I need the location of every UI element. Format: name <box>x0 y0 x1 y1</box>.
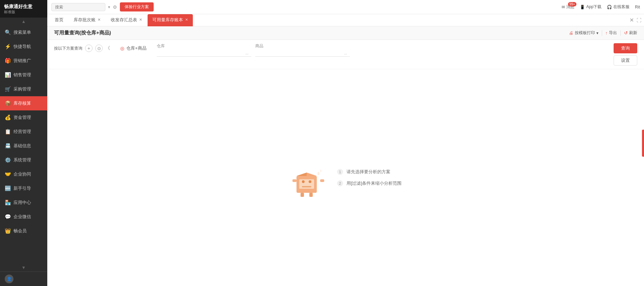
refresh-btn[interactable]: ↺ 刷新 <box>624 30 637 36</box>
export-btn[interactable]: ↑ 导出 <box>606 30 617 36</box>
basic-icon: 📇 <box>5 143 11 149</box>
warehouse-input-row[interactable]: ... <box>157 50 251 57</box>
sidebar-avatar: 👤 <box>5 275 14 283</box>
sidebar-item-wechat[interactable]: 💬企业微信 <box>0 210 47 224</box>
message-btn[interactable]: ✉ 消息 99+ <box>562 4 574 10</box>
sidebar-logo: 畅康通好生意 标准版 <box>0 0 47 18</box>
tab-label-available: 可用量库存账本 <box>152 17 183 23</box>
sidebar-item-inventory[interactable]: 📦库存核算 <box>0 96 47 110</box>
empty-hints: 1请先选择要分析的方案2用[过滤]条件来缩小分析范围 <box>337 169 402 186</box>
close-tab-btn[interactable]: ✕ <box>629 17 634 23</box>
sidebar-item-system[interactable]: ⚙️系统管理 <box>0 153 47 167</box>
filter-collapse-btn[interactable]: 《 <box>105 45 110 51</box>
tab-label-home: 首页 <box>55 17 63 23</box>
headset-icon: 🎧 <box>607 5 612 9</box>
sidebar-item-operation[interactable]: 📋经营管理 <box>0 125 47 139</box>
page-title: 可用量查询(按仓库+商品) <box>54 30 111 36</box>
sidebar-item-shortcut[interactable]: ⚡快捷导航 <box>0 40 47 54</box>
sidebar-item-label: 资金管理 <box>14 114 31 121</box>
empty-content: 1请先选择要分析的方案2用[过滤]条件来缩小分析范围 <box>290 161 402 194</box>
tab-batch[interactable]: 库存批次账✕ <box>69 14 105 26</box>
svg-point-12 <box>320 170 321 172</box>
sidebar-item-finance[interactable]: 💰资金管理 <box>0 110 47 125</box>
tab-available[interactable]: 可用量库存账本✕ <box>148 14 193 26</box>
sidebar: 畅康通好生意 标准版 ▲ 🔍搜索菜单⚡快捷导航🎁营销推广📊销售管理🛒采购管理📦库… <box>0 0 47 286</box>
system-icon: ⚙️ <box>5 157 11 163</box>
print-btn[interactable]: 🖨 按模板打印 ▾ <box>569 30 598 36</box>
sidebar-item-label: 应用中心 <box>14 200 31 206</box>
product-input-row[interactable]: ... <box>255 50 350 57</box>
sidebar-user-area[interactable]: 👤 <box>0 271 47 286</box>
sidebar-scroll-down[interactable]: ▼ <box>0 264 47 271</box>
filter-add-btn[interactable]: + <box>85 45 93 52</box>
gear-icon[interactable]: ⚙ <box>113 4 117 10</box>
sidebar-scroll-up[interactable]: ▲ <box>0 18 47 25</box>
sales-icon: 📊 <box>5 72 11 78</box>
tab-close-receive[interactable]: ✕ <box>139 18 142 22</box>
filter-settings-icon[interactable]: ⊙ <box>95 45 103 52</box>
tabs-bar: 首页库存批次账✕收发存汇总表✕可用量库存账本✕ ✕ ⛶ <box>47 14 644 26</box>
message-icon: ✉ <box>562 5 565 9</box>
search-input[interactable] <box>51 3 105 11</box>
hint-1: 1请先选择要分析的方案 <box>337 169 402 175</box>
product-more-btn[interactable]: ... <box>344 51 347 55</box>
sidebar-item-marketing[interactable]: 🎁营销推广 <box>0 54 47 68</box>
search-icon: 🔍 <box>5 29 11 35</box>
warehouse-more-btn[interactable]: ... <box>245 51 248 55</box>
sidebar-item-enterprise[interactable]: 🤝企业协同 <box>0 167 47 181</box>
hint-2: 2用[过滤]条件来缩小分析范围 <box>337 180 402 186</box>
tab-close-batch[interactable]: ✕ <box>98 18 101 22</box>
tab-close-available[interactable]: ✕ <box>185 18 188 22</box>
sidebar-item-label: 经营管理 <box>14 129 31 135</box>
divider2 <box>620 30 621 36</box>
sidebar-item-basic[interactable]: 📇基础信息 <box>0 139 47 153</box>
product-label: 商品 <box>255 43 350 49</box>
filter-fields: 仓库 ... 商品 ... <box>150 43 610 57</box>
sidebar-item-sales[interactable]: 📊销售管理 <box>0 68 47 82</box>
user-menu[interactable]: Rit <box>635 5 640 9</box>
service-btn[interactable]: 🎧 在线客服 <box>607 4 629 10</box>
svg-point-11 <box>317 172 319 175</box>
sidebar-item-search[interactable]: 🔍搜索菜单 <box>0 25 47 40</box>
sidebar-item-guide[interactable]: 🆕新手引导 <box>0 181 47 196</box>
tab-label-receive: 收发存汇总表 <box>111 17 137 23</box>
sidebar-item-label: 库存核算 <box>14 100 31 106</box>
sidebar-item-purchase[interactable]: 🛒采购管理 <box>0 82 47 96</box>
purchase-icon: 🛒 <box>5 86 11 92</box>
sidebar-item-label: 畅会员 <box>14 228 27 234</box>
svg-marker-2 <box>307 173 317 176</box>
expand-tab-btn[interactable]: ⛶ <box>637 18 641 23</box>
logo-sub: 标准版 <box>4 9 43 14</box>
dropdown-icon[interactable]: ▾ <box>108 5 110 9</box>
tab-home[interactable]: 首页 <box>50 14 68 26</box>
topbar-right: ✉ 消息 99+ 📱 App下载 🎧 在线客服 Rit <box>562 4 640 10</box>
member-icon: 👑 <box>5 228 11 234</box>
sidebar-item-apps[interactable]: 🏪应用中心 <box>0 196 47 210</box>
sidebar-item-member[interactable]: 👑畅会员 <box>0 224 47 238</box>
operation-icon: 📋 <box>5 129 11 135</box>
tab-receive[interactable]: 收发存汇总表✕ <box>106 14 147 26</box>
phone-icon: 📱 <box>580 5 585 9</box>
tab-label-batch: 库存批次账 <box>74 17 96 23</box>
export-icon: ↑ <box>606 30 608 35</box>
page-header: 可用量查询(按仓库+商品) 🖨 按模板打印 ▾ ↑ 导出 ↺ 刷新 <box>47 26 644 40</box>
apps-icon: 🏪 <box>5 200 11 206</box>
sidebar-item-label: 企业微信 <box>14 214 31 220</box>
main-area: ▾ ⚙ 体验行业方案 ✉ 消息 99+ 📱 App下载 🎧 在线客服 Rit 首… <box>47 0 644 286</box>
refresh-icon: ↺ <box>624 30 628 35</box>
guide-icon: 🆕 <box>5 185 11 191</box>
settings-btn[interactable]: 设置 <box>614 55 637 66</box>
warehouse-label: 仓库 <box>157 43 251 49</box>
industry-btn[interactable]: 体验行业方案 <box>120 2 154 11</box>
sidebar-item-label: 营销推广 <box>14 58 31 64</box>
svg-point-5 <box>309 180 311 183</box>
scroll-indicator <box>642 130 644 157</box>
app-download-btn[interactable]: 📱 App下载 <box>580 4 601 10</box>
query-btn[interactable]: 查询 <box>614 43 637 53</box>
sidebar-item-label: 系统管理 <box>14 157 31 163</box>
enterprise-icon: 🤝 <box>5 171 11 177</box>
sidebar-item-label: 销售管理 <box>14 72 31 78</box>
sidebar-item-label: 基础信息 <box>14 143 31 149</box>
svg-rect-8 <box>309 193 313 197</box>
scheme-warehouse-product[interactable]: ◎仓库+商品 <box>117 44 150 53</box>
